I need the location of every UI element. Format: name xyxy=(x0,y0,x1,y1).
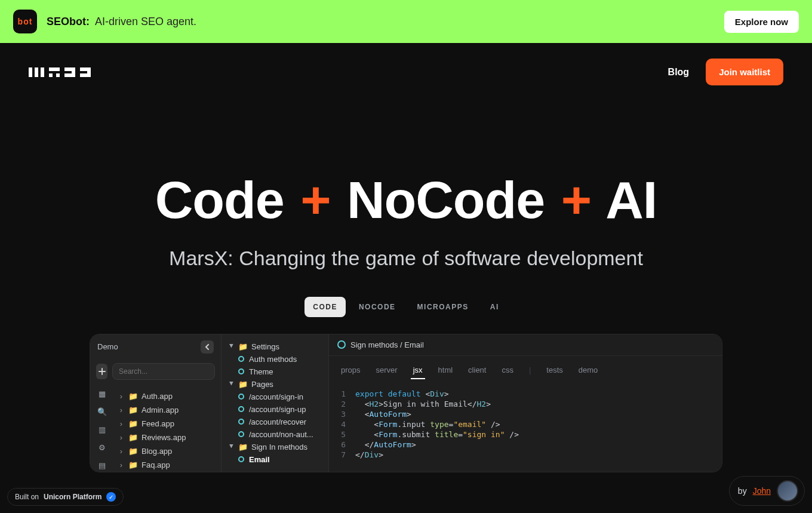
file-name: Faq.app xyxy=(142,460,170,469)
verified-icon: ✓ xyxy=(106,492,116,502)
code-line: 4 <Form.input type="email" /> xyxy=(329,419,722,429)
tree-item[interactable]: Auth methods xyxy=(235,353,324,365)
tab-microapps[interactable]: MICROAPPS xyxy=(409,297,477,317)
file-name: Blog.app xyxy=(142,447,172,456)
file-row[interactable]: ›📁Feed.app xyxy=(114,417,210,431)
editor-tab-server[interactable]: server xyxy=(374,362,400,379)
editor-tab-demo[interactable]: demo xyxy=(576,362,601,379)
tree-item[interactable]: /account/sign-in xyxy=(235,391,324,403)
grid-icon[interactable]: ▦ xyxy=(96,388,108,400)
editor-tab-props[interactable]: props xyxy=(339,362,363,379)
folder-icon: 📁 xyxy=(128,460,138,469)
tree-pages[interactable]: ▸ 📁 Pages xyxy=(226,378,324,391)
svg-rect-5 xyxy=(56,73,60,77)
node-dot-icon xyxy=(238,456,244,462)
author-badge[interactable]: by John xyxy=(729,476,805,506)
file-name: Feed.app xyxy=(142,419,174,428)
tree-item-label: Auth methods xyxy=(249,355,297,364)
db-icon[interactable]: ▤ xyxy=(96,460,108,472)
built-on-badge[interactable]: Built on Unicorn Platform ✓ xyxy=(7,488,124,506)
logo[interactable] xyxy=(29,64,100,81)
plus-icon: + xyxy=(559,170,593,229)
code-line: 1export default <Div> xyxy=(329,389,722,399)
author-link[interactable]: John xyxy=(753,486,771,496)
chart-icon[interactable]: ▥ xyxy=(96,424,108,436)
tab-nocode[interactable]: NOCODE xyxy=(350,297,404,317)
code-content: export default <Div> xyxy=(355,389,449,398)
add-icon[interactable] xyxy=(96,364,107,379)
hero-word-nocode: NoCode xyxy=(347,170,545,229)
editor-tab-html[interactable]: html xyxy=(436,362,456,379)
hero-tabs: CODENOCODEMICROAPPSAI xyxy=(0,297,812,317)
avatar xyxy=(777,480,798,502)
code-line: 3 <AutoForm> xyxy=(329,409,722,419)
banner-text: SEObot: AI-driven SEO agent. xyxy=(47,16,196,28)
hero-word-ai: AI xyxy=(605,170,657,229)
banner-desc: AI-driven SEO agent. xyxy=(95,16,196,27)
gear-icon[interactable]: ⚙ xyxy=(96,442,108,454)
folder-icon: 📁 xyxy=(128,419,138,428)
tree-item-label: Theme xyxy=(249,367,273,376)
tree-item[interactable]: Theme xyxy=(235,365,324,378)
tree-sign[interactable]: ▸ 📁 Sign In methods xyxy=(226,441,324,453)
search-icon[interactable]: 🔍 xyxy=(96,406,108,418)
svg-rect-11 xyxy=(87,67,91,77)
file-row[interactable]: ›📁ContactUs.app xyxy=(114,472,210,472)
explore-button[interactable]: Explore now xyxy=(724,11,799,33)
banner-title: SEObot: xyxy=(47,16,90,27)
editor-tab-jsx[interactable]: jsx xyxy=(411,362,425,379)
svg-rect-0 xyxy=(29,67,32,77)
built-prefix: Built on xyxy=(15,493,39,501)
line-number: 1 xyxy=(329,389,346,398)
tree-item[interactable]: /account/non-aut... xyxy=(235,428,324,441)
chevron-right-icon: › xyxy=(118,460,125,469)
file-row[interactable]: ›📁Reviews.app xyxy=(114,431,210,444)
tree-item[interactable]: Email xyxy=(235,453,324,466)
tree-item[interactable]: /account/recover xyxy=(235,416,324,428)
breadcrumb-text: Sign methods / Email xyxy=(350,340,424,349)
line-number: 6 xyxy=(329,440,346,449)
tree-item-label: /account/non-aut... xyxy=(249,430,313,439)
tree-item-label: Email xyxy=(249,455,270,464)
tab-code[interactable]: CODE xyxy=(304,297,346,317)
tree-label: Sign In methods xyxy=(251,443,307,451)
editor-tab-css[interactable]: css xyxy=(499,362,516,379)
ide-editor-panel: Sign methods / Email propsserverjsxhtmlc… xyxy=(329,334,722,472)
line-number: 5 xyxy=(329,430,346,439)
code-content: <Form.submit title="sign in" /> xyxy=(355,430,519,439)
editor-tab-client[interactable]: client xyxy=(466,362,488,379)
tree-settings[interactable]: ▸ 📁 Settings xyxy=(226,340,324,353)
code-line: 2 <H2>Sign in with Email</H2> xyxy=(329,399,722,409)
tree-item[interactable]: /account/sign-up xyxy=(235,403,324,416)
code-line: 5 <Form.submit title="sign in" /> xyxy=(329,429,722,440)
svg-rect-2 xyxy=(41,67,44,77)
nav-blog-link[interactable]: Blog xyxy=(668,67,690,78)
tab-ai[interactable]: AI xyxy=(482,297,508,317)
line-number: 7 xyxy=(329,450,346,459)
code-content: <H2>Sign in with Email</H2> xyxy=(355,400,491,408)
file-row[interactable]: ›📁Faq.app xyxy=(114,458,210,472)
plus-icon: + xyxy=(298,170,333,229)
by-prefix: by xyxy=(738,486,747,496)
folder-icon: 📁 xyxy=(128,433,138,442)
code-line: 7</Div> xyxy=(329,450,722,460)
file-row[interactable]: ›📁Auth.app xyxy=(114,389,210,403)
promo-banner: bot SEObot: AI-driven SEO agent. Explore… xyxy=(0,0,812,43)
file-row[interactable]: ›📁Blog.app xyxy=(114,444,210,458)
collapse-icon[interactable] xyxy=(201,340,214,354)
file-row[interactable]: ›📁Admin.app xyxy=(114,403,210,417)
folder-icon: 📁 xyxy=(128,392,138,401)
hero-word-code: Code xyxy=(155,170,284,229)
hero-title: Code + NoCode + AI xyxy=(102,173,710,228)
search-input[interactable] xyxy=(112,363,215,380)
file-name: Reviews.app xyxy=(142,433,186,442)
tree-item-label: /account/recover xyxy=(249,417,306,426)
svg-rect-3 xyxy=(49,67,60,71)
code-content: </AutoForm> xyxy=(355,440,416,449)
node-dot-icon xyxy=(238,406,244,412)
hero-subtitle: MarsX: Changing the game of software dev… xyxy=(161,244,651,273)
node-dot-icon xyxy=(238,356,244,362)
code-editor[interactable]: 1export default <Div>2 <H2>Sign in with … xyxy=(329,385,722,467)
join-waitlist-button[interactable]: Join waitlist xyxy=(706,59,783,85)
editor-tab-tests[interactable]: tests xyxy=(544,362,565,379)
